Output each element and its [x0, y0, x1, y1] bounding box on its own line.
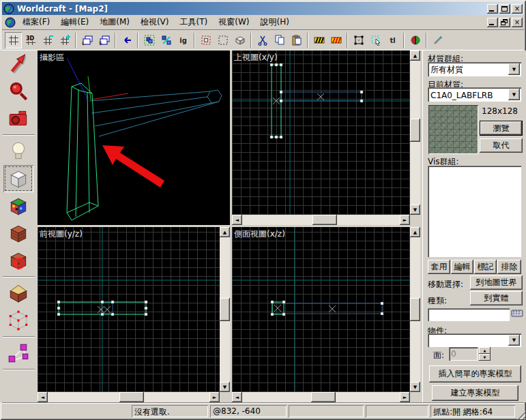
toggle-3d-grid-button[interactable]: 3D — [22, 32, 39, 48]
paste-button[interactable] — [288, 32, 305, 48]
scroll-right-button[interactable]: ► — [400, 215, 410, 225]
texture-lock-button[interactable]: tl — [384, 32, 401, 48]
camera-tool[interactable] — [3, 105, 33, 132]
toggle-grid-button[interactable] — [5, 32, 22, 48]
scroll-down-button[interactable]: ▼ — [410, 205, 420, 215]
texture-group-combobox[interactable]: 所有材質 ▼ — [428, 62, 521, 76]
spinner-down-icon[interactable]: ▼ — [479, 354, 491, 361]
entity-tool[interactable] — [3, 138, 33, 165]
viewport-side[interactable]: 側面視圖(x/z) — [232, 227, 410, 392]
toggle-models-button[interactable] — [407, 32, 424, 48]
keyboard-icon[interactable] — [510, 306, 524, 318]
block-tool[interactable] — [3, 165, 33, 192]
vscroll-thumb[interactable] — [220, 298, 230, 321]
vis-purge-button[interactable]: 排除 — [497, 260, 521, 274]
object-combobox[interactable]: ▼ — [428, 333, 521, 347]
current-texture-combobox[interactable]: C1A0_LABFLRB ▼ — [428, 87, 521, 102]
larger-grid-button[interactable] — [56, 32, 73, 48]
scroll-right-button[interactable]: ► — [209, 392, 220, 402]
selection-handles-button[interactable] — [350, 32, 367, 48]
ignore-groups-button[interactable]: ig — [175, 32, 192, 48]
viewport-top-hscrollbar[interactable]: ◄ ► — [232, 215, 410, 225]
faces-input[interactable] — [449, 347, 478, 361]
vis-groups-list[interactable] — [428, 166, 521, 257]
vis-apply-button[interactable]: 套用 — [428, 260, 450, 274]
check-problems-button[interactable] — [429, 32, 446, 48]
replace-button[interactable]: 取代 — [480, 138, 523, 153]
mdi-close-button[interactable]: × — [512, 18, 523, 27]
cordon-edit-button[interactable] — [310, 32, 327, 48]
viewport-front-hscrollbar[interactable]: ◄ ► — [38, 392, 220, 402]
decal-tool[interactable] — [3, 247, 33, 274]
chevron-down-icon[interactable]: ▼ — [508, 335, 520, 346]
vertex-tool[interactable] — [3, 307, 33, 334]
clipping-tool[interactable] — [3, 280, 33, 307]
spinner-up-icon[interactable]: ▲ — [479, 347, 491, 354]
mdi-minimize-button[interactable] — [487, 18, 498, 27]
scroll-right-button[interactable]: ► — [400, 392, 410, 402]
selection-tool[interactable] — [3, 50, 33, 78]
viewport-top-vscrollbar[interactable]: ▲ ▼ — [410, 50, 420, 215]
scroll-left-button[interactable]: ◄ — [38, 392, 48, 402]
viewport-front-vscrollbar[interactable]: ▲ ▼ — [220, 227, 230, 392]
scroll-up-button[interactable]: ▲ — [410, 227, 420, 237]
scroll-left-button[interactable]: ◄ — [232, 392, 242, 402]
hscroll-thumb[interactable] — [311, 392, 336, 402]
group-button[interactable] — [141, 32, 158, 48]
chevron-down-icon[interactable]: ▼ — [508, 89, 520, 100]
scroll-up-button[interactable]: ▲ — [220, 227, 230, 237]
close-button[interactable]: × — [512, 4, 523, 14]
texture-application-tool[interactable] — [3, 192, 33, 220]
menu-window[interactable]: 視窗(W) — [213, 15, 254, 30]
undo-button[interactable] — [118, 32, 135, 48]
hscroll-thumb[interactable] — [312, 215, 337, 225]
path-tool[interactable] — [3, 340, 33, 367]
create-prefab-button[interactable]: 建立專案模型 — [432, 385, 518, 401]
viewport-top[interactable]: 上視圖(x/y) — [232, 50, 410, 215]
cut-button[interactable] — [254, 32, 271, 48]
menu-map[interactable]: 地圖(M) — [94, 15, 135, 30]
viewport-side-vscrollbar[interactable]: ▲ ▼ — [410, 227, 420, 392]
move-to-world-button[interactable]: 到地圖世界 — [470, 275, 523, 290]
hide-selected-button[interactable] — [197, 32, 214, 48]
scroll-down-button[interactable]: ▼ — [410, 382, 420, 392]
title-bar[interactable]: Worldcraft - [Map2] × — [2, 2, 524, 15]
apply-current-texture-tool[interactable] — [3, 220, 33, 247]
save-window-state-button[interactable]: S — [96, 32, 113, 48]
scroll-left-button[interactable]: ◄ — [232, 215, 242, 225]
category-input[interactable] — [428, 308, 510, 321]
viewport-front[interactable]: 前視圖(y/z) — [38, 227, 220, 392]
cordon-toggle-button[interactable] — [327, 32, 345, 48]
vscroll-thumb[interactable] — [410, 119, 420, 142]
viewport-3d[interactable]: 攝影區 — [38, 50, 230, 225]
vscroll-thumb[interactable] — [410, 298, 420, 321]
load-window-state-button[interactable]: L — [78, 32, 96, 48]
show-all-button[interactable] — [231, 32, 248, 48]
viewport-side-hscrollbar[interactable]: ◄ ► — [232, 392, 410, 402]
smaller-grid-button[interactable] — [39, 32, 56, 48]
menu-edit[interactable]: 編輯(E) — [55, 15, 94, 30]
menu-tools[interactable]: 工具(T) — [175, 15, 214, 30]
hide-unselected-button[interactable] — [214, 32, 231, 48]
ungroup-button[interactable] — [158, 32, 175, 48]
vis-mark-button[interactable]: 標記 — [474, 260, 497, 274]
menu-help[interactable]: 說明(H) — [254, 15, 294, 30]
chevron-down-icon[interactable]: ▼ — [508, 63, 520, 75]
menu-file[interactable]: 檔案(F) — [17, 15, 55, 30]
scroll-up-button[interactable]: ▲ — [410, 50, 420, 61]
mdi-restore-button[interactable] — [499, 18, 510, 27]
copy-button[interactable] — [271, 32, 288, 48]
hscroll-thumb[interactable] — [119, 392, 144, 402]
vis-edit-button[interactable]: 編輯 — [451, 260, 473, 274]
move-to-entity-button[interactable]: 到實體 — [470, 291, 523, 305]
menu-view[interactable]: 檢視(V) — [135, 15, 175, 30]
annotation-arrow — [102, 145, 164, 188]
magnify-tool[interactable] — [3, 78, 33, 105]
maximize-button[interactable] — [499, 4, 510, 14]
mdi-child-icon[interactable] — [5, 17, 16, 28]
minimize-button[interactable] — [487, 4, 498, 14]
box-selection-button[interactable] — [367, 32, 384, 48]
browse-button[interactable]: 瀏覽 — [480, 121, 523, 136]
insert-prefab-button[interactable]: 插入簡單的專案模型 — [429, 365, 521, 382]
scroll-down-button[interactable]: ▼ — [220, 382, 230, 392]
